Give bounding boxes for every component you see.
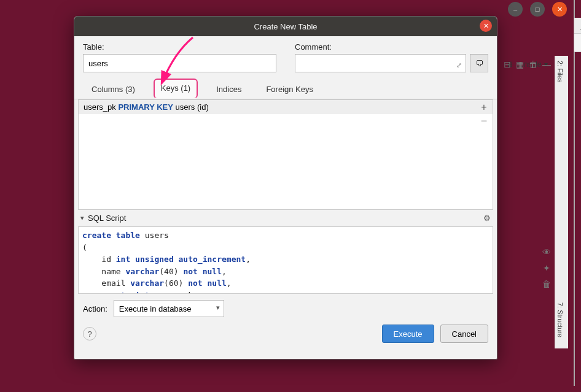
minimize-button[interactable]: – — [508, 2, 523, 17]
tab-foreign-keys[interactable]: Foreign Keys — [260, 81, 319, 99]
tab-indices[interactable]: Indices — [210, 81, 248, 99]
collapse-icon[interactable]: ⊟ — [504, 60, 511, 69]
cancel-button[interactable]: Cancel — [440, 325, 488, 343]
action-value: Execute in database — [119, 304, 192, 313]
sql-section-title: SQL Script — [88, 213, 126, 223]
maximize-button[interactable]: □ — [530, 2, 545, 17]
tab-files[interactable]: 2: Files — [555, 56, 565, 87]
key-columns: users (id) — [176, 102, 209, 112]
comment-input[interactable]: ⤢ — [295, 54, 466, 72]
create-table-dialog: Create New Table ✕ Table: Comment: ⤢ 🗨 C… — [74, 16, 497, 359]
editor-side-icons: 👁 ✦ 🗑 — [542, 247, 551, 289]
editor-top-icons: ⊟ ▦ 🗑 — — [504, 60, 551, 69]
key-name: users_pk — [84, 102, 116, 112]
sql-preview: create table users ( id int unsigned aut… — [78, 226, 493, 294]
delete-icon[interactable]: 🗑 — [542, 279, 551, 289]
add-key-button[interactable]: + — [478, 101, 490, 113]
remove-key-button[interactable]: − — [478, 115, 490, 127]
settings-icon[interactable]: ✦ — [543, 263, 550, 273]
tab-structure[interactable]: 7: Structure — [555, 298, 565, 342]
breadcrumb: Database — [574, 34, 581, 52]
window-titlebar: – □ ✕ — [501, 1, 574, 18]
view-icon[interactable]: 👁 — [542, 247, 551, 257]
table-name-input[interactable] — [83, 54, 276, 72]
action-combo[interactable]: Execute in database — [114, 300, 224, 317]
table-label: Table: — [83, 42, 276, 52]
ide-window: – □ ✕ File Edit Database 1: Database ★ F… — [574, 0, 575, 386]
dialog-title: Create New Table — [254, 22, 317, 31]
dialog-titlebar: Create New Table ✕ — [74, 17, 497, 36]
key-type: PRIMARY KEY — [118, 102, 173, 112]
tab-columns[interactable]: Columns (3) — [85, 81, 141, 99]
tab-keys[interactable]: Keys (1) — [154, 79, 198, 99]
action-label: Action: — [83, 304, 107, 313]
chevron-down-icon: ▾ — [80, 214, 84, 222]
help-button[interactable]: ? — [83, 327, 96, 340]
right-tool-tabs: 2: Files 7: Structure — [555, 56, 568, 348]
expand-icon[interactable]: ⤢ — [456, 61, 462, 69]
gear-icon[interactable]: ⚙ — [483, 213, 491, 223]
dialog-tabs: Columns (3) Keys (1) Indices Foreign Key… — [74, 76, 497, 99]
trash-icon[interactable]: 🗑 — [529, 60, 537, 69]
dialog-close-button[interactable]: ✕ — [480, 20, 492, 32]
close-window-button[interactable]: ✕ — [552, 2, 567, 17]
speech-icon: 🗨 — [475, 59, 483, 68]
sql-section-header[interactable]: ▾ SQL Script ⚙ — [74, 210, 497, 226]
menu-bar: File Edit — [574, 18, 581, 34]
execute-button[interactable]: Execute — [382, 325, 434, 343]
keys-list: users_pk PRIMARY KEY users (id) + − — [78, 99, 493, 210]
comment-dialog-button[interactable]: 🗨 — [470, 54, 488, 72]
comment-label: Comment: — [295, 42, 488, 52]
key-row[interactable]: users_pk PRIMARY KEY users (id) — [79, 100, 493, 114]
more-icon[interactable]: ▦ — [516, 60, 524, 69]
